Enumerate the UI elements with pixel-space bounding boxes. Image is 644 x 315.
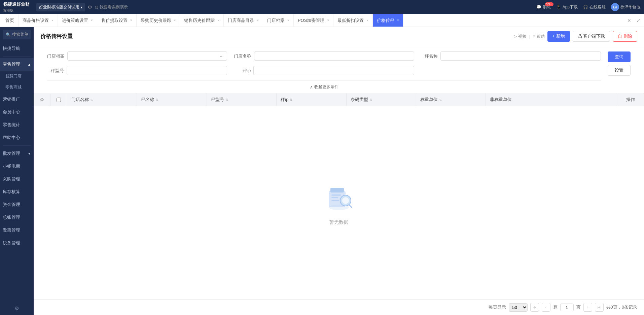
video-icon: ▷ (514, 34, 517, 39)
sort-icon[interactable]: ⇅ (290, 98, 292, 102)
page-input[interactable] (560, 304, 574, 311)
scale-name-input[interactable] (440, 51, 601, 61)
sidebar-item-retail-mall[interactable]: 零售商城 (0, 82, 34, 93)
page-title: 价格传秤设置 (40, 33, 73, 40)
svg-rect-7 (331, 197, 338, 198)
tab-pos-manage[interactable]: POS加密管理 × (294, 14, 333, 27)
sidebar-item-xiaochang[interactable]: 小畅电商 (0, 160, 34, 173)
tab-min-discount[interactable]: 最低折扣设置 × (333, 14, 373, 27)
tab-purchase-history[interactable]: 采购历史价跟踪 × (137, 14, 180, 27)
config-button[interactable]: ⚙ (88, 4, 92, 10)
close-icon[interactable]: × (397, 19, 399, 22)
scale-ip-input[interactable] (253, 66, 414, 75)
th-gear[interactable]: ⚙ (34, 94, 50, 106)
version-selector[interactable]: 好业财标准版交付试用 ▾ (36, 3, 85, 11)
sort-icon[interactable]: ⇅ (155, 98, 158, 102)
tab-price-scale[interactable]: 价格传秤 × (373, 14, 403, 27)
svg-line-5 (349, 205, 352, 207)
video-link[interactable]: ▷ 视频 (514, 34, 526, 39)
sidebar-item-smart-store[interactable]: 智慧门店 (0, 71, 34, 82)
user-menu[interactable]: Ea 徐泽华修改 (611, 3, 641, 11)
svg-rect-8 (331, 200, 339, 201)
per-page-select[interactable]: 50 10 20 100 (509, 303, 528, 312)
th-checkbox[interactable] (50, 94, 67, 105)
tab-price-setting[interactable]: 商品价格设置 × (19, 14, 58, 27)
collapse-button[interactable]: ∧ 收起更多条件 (310, 84, 338, 90)
query-button[interactable]: 查询 (608, 51, 631, 62)
table-header: ⚙ 门店名称 ⇅ 秤名称 ⇅ 秤型号 ⇅ 秤ip ⇅ (34, 93, 644, 106)
close-icon[interactable]: × (257, 19, 259, 22)
top-bar-right: 💬 消息 99+ 📱 App下载 🎧 在线客服 Ea 徐泽华修改 (536, 3, 641, 11)
last-page-btn[interactable]: ⏭ (595, 303, 604, 312)
close-icon[interactable]: × (287, 19, 289, 22)
th-operation: 操作 (617, 93, 644, 106)
sidebar-item-invoice[interactable]: 发票管理 (0, 224, 34, 237)
select-all-checkbox[interactable] (57, 98, 61, 102)
empty-text: 暂无数据 (329, 219, 348, 225)
filter-scale-name: 秤名称 (421, 51, 601, 61)
th-scale-ip: 秤ip ⇅ (277, 93, 346, 106)
prev-page-btn[interactable]: ‹ (542, 303, 550, 312)
next-page-btn[interactable]: › (583, 303, 592, 312)
sidebar-bottom: ⚙ (0, 302, 34, 315)
svg-rect-2 (330, 188, 344, 193)
svg-rect-6 (331, 195, 341, 196)
tab-store-catalog[interactable]: 门店商品目录 × (224, 14, 263, 27)
filter-right-actions: 查询 设置 (601, 51, 631, 81)
expand-tab-btn[interactable]: ⤢ (635, 16, 643, 25)
close-icon[interactable]: × (217, 19, 219, 22)
scale-type-input[interactable] (67, 66, 227, 75)
sidebar-item-general-ledger[interactable]: 总账管理 (0, 211, 34, 224)
download-button[interactable]: 凸 客户端下载 (573, 31, 610, 42)
page-unit: 页 (576, 304, 581, 310)
tab-bar: 首页 商品价格设置 × 进价策略设置 × 售价提取设置 × 采购历史价跟踪 × … (0, 14, 644, 27)
tab-sale-history[interactable]: 销售历史价跟踪 × (180, 14, 224, 27)
help-link[interactable]: ? 帮助 (533, 34, 545, 39)
sort-icon[interactable]: ⇅ (90, 98, 93, 102)
sidebar-item-wholesale[interactable]: 批发管理 ▼ (0, 147, 34, 160)
sidebar-item-inventory[interactable]: 库存核算 (0, 185, 34, 198)
sidebar-item-retail-stats[interactable]: 零售统计 (0, 118, 34, 131)
filter-area: 门店档案 ··· 门店名称 秤名称 (34, 46, 644, 93)
sort-icon[interactable]: ⇅ (369, 98, 372, 102)
message-btn[interactable]: 💬 消息 99+ (536, 4, 551, 10)
sort-icon[interactable]: ⇅ (225, 98, 228, 102)
sidebar-item-marketing[interactable]: 营销推广 (0, 93, 34, 106)
filter-left: 门店档案 ··· 门店名称 秤名称 (47, 51, 601, 93)
close-tab-btn[interactable]: ✕ (625, 16, 633, 25)
add-button[interactable]: + 新增 (547, 31, 570, 42)
close-icon[interactable]: × (174, 19, 176, 22)
pagination-bar: 每页显示 50 10 20 100 ⏮ ‹ 算 页 › ⏭ 共0页，0条记录 (34, 299, 644, 315)
filter-store-archive: 门店档案 ··· (47, 51, 227, 61)
close-icon[interactable]: × (130, 19, 132, 22)
sort-icon[interactable]: ⇅ (439, 98, 442, 102)
sidebar-item-help[interactable]: 帮助中心 (0, 131, 34, 144)
tab-purchase-strategy[interactable]: 进价策略设置 × (58, 14, 97, 27)
close-icon[interactable]: × (327, 19, 329, 22)
tab-store-archive[interactable]: 门店档案 × (263, 14, 294, 27)
download-icon: 📱 (556, 5, 561, 9)
search-menu-btn[interactable]: 🔍 搜索菜单 (3, 30, 31, 39)
sidebar-item-member[interactable]: 会员中心 (0, 106, 34, 118)
demo-link[interactable]: ◎ 我要看实例演示 (95, 4, 128, 10)
app-download-btn[interactable]: 📱 App下载 (556, 4, 578, 10)
close-icon[interactable]: × (91, 19, 93, 22)
first-page-btn[interactable]: ⏮ (530, 303, 539, 312)
sidebar-item-quick-nav[interactable]: 快捷导航 (0, 42, 34, 55)
tab-sale-extract[interactable]: 售价提取设置 × (97, 14, 137, 27)
page-actions: ▷ 视频 | ? 帮助 + 新增 凸 客户端下载 自 删除 (514, 31, 637, 42)
sidebar-item-purchase[interactable]: 采购管理 (0, 173, 34, 185)
close-icon[interactable]: × (366, 19, 368, 22)
store-name-input[interactable] (254, 51, 414, 61)
sidebar-item-tax[interactable]: 税务管理 (0, 237, 34, 249)
tab-home[interactable]: 首页 (1, 14, 19, 27)
sidebar-gear-icon[interactable]: ⚙ (14, 306, 19, 311)
online-service-btn[interactable]: 🎧 在线客服 (583, 4, 606, 10)
close-icon[interactable]: × (51, 19, 53, 22)
delete-button[interactable]: 自 删除 (613, 31, 637, 42)
sidebar-item-fund[interactable]: 资金管理 (0, 198, 34, 211)
sidebar-item-retail[interactable]: 零售管理 ▲ (0, 58, 34, 71)
store-archive-input[interactable] (71, 54, 220, 59)
set-button[interactable]: 设置 (608, 65, 631, 76)
ellipsis-icon[interactable]: ··· (220, 54, 223, 59)
